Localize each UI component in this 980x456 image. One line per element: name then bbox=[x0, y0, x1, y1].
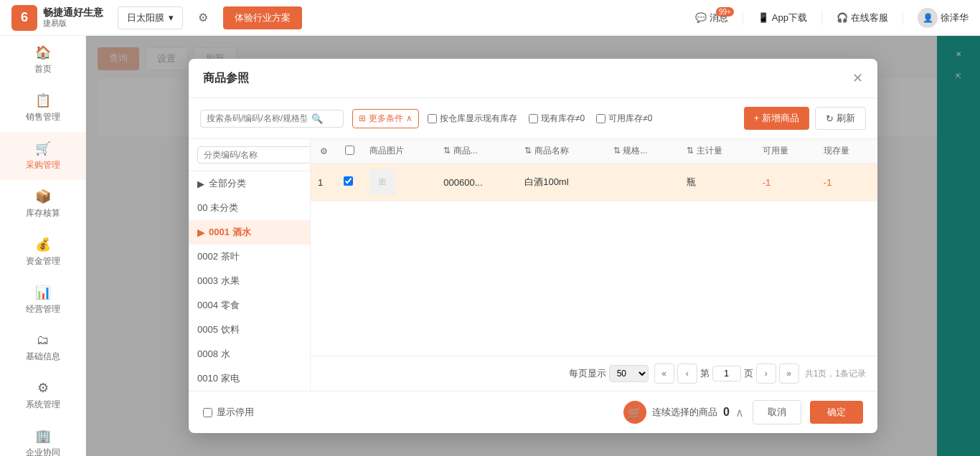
modal-close-button[interactable]: ✕ bbox=[852, 70, 863, 86]
page-label: 第 bbox=[700, 367, 710, 380]
sidebar-item-finance[interactable]: 💰 资金管理 bbox=[0, 228, 85, 276]
prev-page-button[interactable]: ‹ bbox=[677, 364, 697, 384]
th-select-all[interactable] bbox=[336, 139, 362, 163]
add-product-button[interactable]: + 新增商品 bbox=[744, 107, 809, 130]
chevron-up-icon: ∧ bbox=[406, 113, 413, 123]
sidebar-label-system: 系统管理 bbox=[26, 399, 60, 411]
sidebar-label-finance: 资金管理 bbox=[26, 255, 60, 267]
home-icon: 🏠 bbox=[35, 44, 51, 60]
show-disabled-checkbox[interactable]: 显示停用 bbox=[203, 406, 254, 419]
warehouse-display-checkbox[interactable]: 按仓库显示现有库存 bbox=[428, 113, 517, 125]
store-name: 日太阳膜 bbox=[127, 11, 164, 24]
th-spec[interactable]: ⇅ 规格... bbox=[606, 139, 679, 163]
footer-collapse-icon[interactable]: ∧ bbox=[735, 406, 744, 419]
row-checkbox-cell[interactable] bbox=[336, 163, 362, 201]
page-number-input[interactable] bbox=[712, 366, 741, 381]
sidebar-label-inventory: 库存核算 bbox=[26, 207, 60, 219]
page-size-label: 每页显示 bbox=[569, 367, 606, 380]
category-item-00[interactable]: 00 未分类 bbox=[189, 196, 310, 220]
service-label: 在线客服 bbox=[851, 11, 888, 24]
category-search-input[interactable] bbox=[197, 146, 311, 163]
page-size-select-input[interactable]: 50 10 20 100 bbox=[609, 365, 649, 382]
th-image: 商品图片 bbox=[362, 139, 436, 163]
refresh-label: 刷新 bbox=[837, 112, 855, 125]
category-item-0005[interactable]: 0005 饮料 bbox=[189, 318, 310, 342]
category-item-0004[interactable]: 0004 零食 bbox=[189, 293, 310, 318]
show-disabled-input[interactable] bbox=[203, 408, 212, 417]
th-settings[interactable]: ⚙ bbox=[311, 139, 336, 163]
page-size-selector[interactable]: 每页显示 50 10 20 100 bbox=[569, 365, 649, 382]
modal-footer: 显示停用 🛒 连续选择的商品 0 ∧ 取消 确定 bbox=[189, 391, 877, 433]
category-item-0010[interactable]: 0010 家电 bbox=[189, 366, 310, 391]
notifications-badge: 99+ bbox=[716, 7, 734, 16]
usable-nonzero-label: 可用库存≠0 bbox=[608, 113, 652, 125]
more-filters-button[interactable]: ⊞ 更多条件 ∧ bbox=[352, 109, 419, 128]
row-unit: 瓶 bbox=[679, 163, 755, 201]
th-code[interactable]: ⇅ 商品... bbox=[436, 139, 517, 163]
cart-icon[interactable]: 🛒 bbox=[623, 401, 646, 424]
category-item-0003[interactable]: 0003 水果 bbox=[189, 269, 310, 293]
all-categories-arrow: ▶ bbox=[197, 179, 204, 189]
headset-icon: 🎧 bbox=[837, 12, 848, 23]
select-all-checkbox[interactable] bbox=[345, 146, 354, 155]
inventory-icon: 📦 bbox=[35, 189, 51, 204]
sidebar-item-home[interactable]: 🏠 首页 bbox=[0, 36, 85, 84]
sidebar-item-sales[interactable]: 📋 销售管理 bbox=[0, 84, 85, 132]
sidebar-item-basic[interactable]: 🗂 基础信息 bbox=[0, 324, 85, 371]
usable-nonzero-checkbox[interactable]: 可用库存≠0 bbox=[596, 113, 652, 125]
sidebar-item-enterprise[interactable]: 🏢 企业协同 bbox=[0, 419, 85, 456]
product-reference-modal: 商品参照 ✕ 🔍 ⊞ 更多条件 ∧ bbox=[189, 59, 877, 433]
sidebar-item-system[interactable]: ⚙ 系统管理 bbox=[0, 371, 85, 419]
username: 徐泽华 bbox=[941, 11, 969, 24]
product-search-box[interactable]: 🔍 bbox=[200, 110, 344, 128]
product-search-input[interactable] bbox=[207, 113, 307, 123]
th-name[interactable]: ⇅ 商品名称 bbox=[517, 139, 606, 163]
trial-button[interactable]: 体验行业方案 bbox=[223, 6, 302, 29]
warehouse-display-input[interactable] bbox=[428, 114, 437, 123]
cat-0010-label: 0010 家电 bbox=[197, 372, 240, 385]
sidebar-item-operations[interactable]: 📊 经营管理 bbox=[0, 276, 85, 324]
app-label: App下载 bbox=[772, 11, 807, 24]
logo: 6 畅捷通好生意 捷易版 bbox=[11, 5, 103, 31]
th-unit[interactable]: ⇅ 主计量 bbox=[679, 139, 755, 163]
main-content: 查询 设置 刷新 ✕ ⇱ 商品参照 ✕ bbox=[86, 36, 980, 456]
finance-icon: 💰 bbox=[35, 237, 51, 252]
category-list: ▶ 全部分类 00 未分类 ▶ 0001 酒水 0002 茶 bbox=[189, 171, 310, 391]
row-checkbox[interactable] bbox=[344, 176, 353, 186]
category-item-0002[interactable]: 0002 茶叶 bbox=[189, 244, 310, 269]
settings-icon[interactable]: ⚙ bbox=[192, 6, 215, 29]
product-table-scroll[interactable]: ⚙ 商品图片 ⇅ 商品... ⇅ 商品名称 ⇅ 规格... ⇅ 主计量 可用量 bbox=[311, 139, 877, 356]
app-download-button[interactable]: 📱 App下载 bbox=[758, 11, 807, 24]
row-name: 白酒100ml bbox=[517, 163, 606, 201]
confirm-button[interactable]: 确定 bbox=[810, 401, 863, 424]
cat-0005-label: 0005 饮料 bbox=[197, 323, 240, 336]
next-page-button[interactable]: › bbox=[756, 364, 776, 384]
topbar: 6 畅捷通好生意 捷易版 日太阳膜 ▾ ⚙ 体验行业方案 💬 消息 99+ 📱 … bbox=[0, 0, 980, 36]
last-page-button[interactable]: » bbox=[779, 364, 799, 384]
notifications-button[interactable]: 💬 消息 99+ bbox=[695, 11, 728, 24]
category-item-0008[interactable]: 0008 水 bbox=[189, 342, 310, 366]
category-search[interactable]: 🔍 bbox=[189, 139, 310, 171]
first-page-button[interactable]: « bbox=[654, 364, 674, 384]
sidebar-item-purchase[interactable]: 🛒 采购管理 bbox=[0, 132, 85, 180]
modal-body: 🔍 ▶ 全部分类 00 未分类 ▶ bbox=[189, 139, 877, 391]
topbar-right: 💬 消息 99+ 📱 App下载 🎧 在线客服 👤 徐泽华 bbox=[695, 8, 969, 28]
table-row[interactable]: 1 图 000600... 白酒100ml 瓶 bbox=[311, 163, 877, 201]
product-thumbnail: 图 bbox=[369, 169, 395, 195]
available-nonzero-checkbox[interactable]: 现有库存≠0 bbox=[529, 113, 585, 125]
store-selector[interactable]: 日太阳膜 ▾ bbox=[118, 6, 183, 29]
sidebar-item-inventory[interactable]: 📦 库存核算 bbox=[0, 180, 85, 228]
logo-text-group: 畅捷通好生意 捷易版 bbox=[43, 6, 103, 29]
available-nonzero-input[interactable] bbox=[529, 114, 538, 123]
category-item-all[interactable]: ▶ 全部分类 bbox=[189, 171, 310, 196]
service-button[interactable]: 🎧 在线客服 bbox=[837, 11, 888, 24]
product-table: ⚙ 商品图片 ⇅ 商品... ⇅ 商品名称 ⇅ 规格... ⇅ 主计量 可用量 bbox=[311, 139, 877, 201]
search-icon[interactable]: 🔍 bbox=[311, 113, 323, 124]
refresh-button[interactable]: ↻ 刷新 bbox=[815, 107, 866, 130]
cancel-button[interactable]: 取消 bbox=[753, 400, 801, 424]
user-menu[interactable]: 👤 徐泽华 bbox=[918, 8, 969, 28]
system-icon: ⚙ bbox=[37, 380, 49, 396]
category-item-0001[interactable]: ▶ 0001 酒水 bbox=[189, 220, 310, 244]
pagination: 每页显示 50 10 20 100 « ‹ bbox=[311, 356, 877, 391]
usable-nonzero-input[interactable] bbox=[596, 114, 606, 123]
